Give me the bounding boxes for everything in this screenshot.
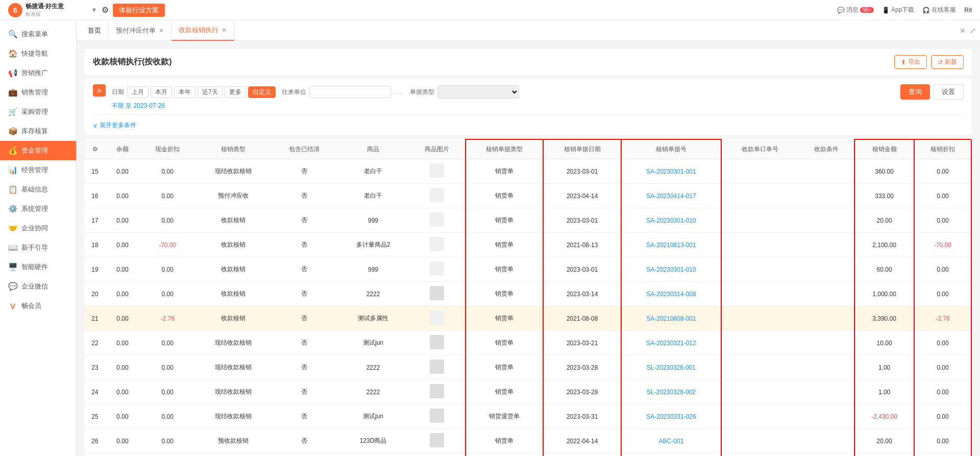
expand-more-btn[interactable]: ∨ 展开更多条件 (93, 121, 964, 130)
sidebar-item-marketing[interactable]: 📢 营销推广 (0, 63, 76, 83)
cell-cancel-doc-type: 销货单 (465, 380, 544, 404)
cell-include-cleared: 否 (272, 159, 337, 184)
close-tab-icon[interactable]: ✕ (960, 27, 966, 35)
cell-no: 25 (85, 404, 105, 429)
settings-icon[interactable]: ⚙ (102, 5, 109, 15)
cell-cancel-doc-no[interactable]: SA-20230301-010 (621, 208, 721, 233)
cell-cancel-doc-no[interactable]: SA-20210808-001 (621, 306, 721, 331)
cell-product-img (409, 404, 465, 429)
sidebar-item-member[interactable]: V 畅会员 (0, 296, 76, 316)
cell-cash-discount: 0.00 (140, 404, 195, 429)
cell-product: 衣服00001 (337, 453, 409, 457)
date-btn-this-year[interactable]: 本年 (174, 86, 195, 98)
date-btn-7days[interactable]: 近7天 (198, 86, 223, 98)
sidebar-item-search[interactable]: 🔍 搜索菜单 (0, 25, 76, 44)
cell-cancel-doc-no[interactable]: SL-20230328-002 (621, 380, 721, 404)
cell-cancel-doc-no[interactable]: SL-20230408-001 (621, 453, 721, 457)
cell-cancel-amount: 60.00 (854, 257, 914, 282)
sidebar-label-finance: 资金管理 (21, 146, 48, 155)
cell-include-cleared: 否 (272, 282, 337, 306)
member-icon: V (8, 301, 17, 310)
cell-cancel-doc-no[interactable]: SA-20210813-001 (621, 233, 721, 257)
doc-type-select[interactable] (437, 85, 519, 99)
cell-cancel-type: 现结收款核销 (195, 404, 272, 429)
filter-row: 日期 上月 本月 本年 近7天 更多 自定义 (112, 84, 964, 100)
cell-cancel-doc-no[interactable]: SA-20230414-017 (621, 184, 721, 208)
date-btn-last-month[interactable]: 上月 (127, 86, 149, 98)
cell-cancel-doc-no[interactable]: SA-20230301-010 (621, 257, 721, 282)
cell-cancel-doc-no[interactable]: ABC-001 (621, 429, 721, 453)
cell-cancel-doc-no[interactable]: SA-20230301-001 (621, 159, 721, 184)
sidebar-item-basic[interactable]: 📋 基础信息 (0, 180, 76, 199)
cell-product-img (409, 233, 465, 257)
refresh-button[interactable]: ↺ 刷新 (931, 55, 964, 69)
cell-cash-discount: 0.00 (140, 184, 195, 208)
date-btn-more[interactable]: 更多 (225, 86, 246, 98)
sidebar-item-hardware[interactable]: 🖥️ 智能硬件 (0, 257, 76, 277)
hardware-icon: 🖥️ (8, 262, 17, 272)
sidebar-label-purchase: 采购管理 (21, 107, 48, 116)
app-version: 标准版 (26, 11, 64, 18)
message-link[interactable]: 💬 消息 99+ (837, 6, 874, 14)
cell-cancel-type: 现结收款核销 (195, 331, 272, 355)
col-settings[interactable]: ⚙ (85, 139, 105, 159)
sidebar-item-finance[interactable]: 💰 资金管理 (0, 141, 76, 160)
system-icon: ⚙️ (8, 204, 17, 213)
data-table: ⚙ 余额 现金折扣 核销类型 包含已结清 商品 商品图片 核销单据类型 核销单据… (85, 139, 972, 456)
tab-prepay[interactable]: 预付冲应付单 ✕ (109, 20, 172, 41)
cell-cash-discount: 0.00 (140, 208, 195, 233)
date-btn-this-month[interactable]: 本月 (151, 86, 172, 98)
cell-receipt-order-no (721, 453, 798, 457)
from-unit-input[interactable] (309, 86, 391, 98)
cell-cancel-doc-date: 2022-04-14 (543, 429, 621, 453)
cell-cancel-discount: 0.00 (914, 453, 971, 457)
online-service-link[interactable]: 🎧 在线客服 (922, 6, 956, 14)
chevron-down-icon[interactable]: ▼ (91, 6, 97, 14)
sidebar-item-inventory[interactable]: 📦 库存核算 (0, 122, 76, 141)
sidebar-item-quick-nav[interactable]: 🏠 快捷导航 (0, 44, 76, 63)
tab-collection-cancel[interactable]: 收款核销执行 ✕ (172, 20, 234, 41)
tab-home[interactable]: 首页 (81, 20, 109, 41)
cell-product: 2222 (337, 380, 409, 404)
tab-collection-cancel-close[interactable]: ✕ (222, 27, 227, 34)
cell-cancel-doc-no[interactable]: SL-20230328-001 (621, 355, 721, 380)
cell-cash-discount: 0.00 (140, 355, 195, 380)
cell-include-cleared: 否 (272, 404, 337, 429)
expand-tab-icon[interactable]: ⤢ (970, 27, 976, 35)
cell-product-img (409, 282, 465, 306)
cell-product: 测试jun (337, 331, 409, 355)
industry-btn[interactable]: 体验行业方案 (113, 4, 165, 17)
date-btn-custom[interactable]: 自定义 (248, 86, 276, 98)
setting-button[interactable]: 设置 (933, 84, 964, 100)
query-button[interactable]: 查询 (900, 84, 930, 100)
message-badge: 99+ (860, 7, 874, 13)
cell-cancel-doc-no[interactable]: SA-20230314-008 (621, 282, 721, 306)
sidebar-item-wechat[interactable]: 💬 企业微信 (0, 277, 76, 296)
cell-cash-discount: 0.00 (140, 331, 195, 355)
col-product-img: 商品图片 (409, 139, 465, 159)
cell-cancel-doc-no[interactable]: SA-20230321-012 (621, 331, 721, 355)
cell-receipt-condition (798, 257, 854, 282)
sidebar-item-sales[interactable]: 💼 销售管理 (0, 83, 76, 102)
cell-product-img (409, 380, 465, 404)
cell-cancel-discount: -2.76 (914, 306, 971, 331)
cell-no: 18 (85, 233, 105, 257)
tab-prepay-close[interactable]: ✕ (159, 27, 164, 34)
sidebar-item-purchase[interactable]: 🛒 采购管理 (0, 102, 76, 122)
export-button[interactable]: ⬆ 导出 (894, 55, 927, 69)
sidebar-item-system[interactable]: ⚙️ 系统管理 (0, 199, 76, 219)
cell-cash-discount: 0.00 (140, 380, 195, 404)
from-unit-dots: ... (394, 88, 404, 95)
cell-receipt-order-no (721, 208, 798, 233)
app-download-link[interactable]: 📱 App下载 (882, 6, 914, 14)
sidebar-item-guide[interactable]: 📖 新手引导 (0, 238, 76, 257)
filter-expand-left-btn[interactable]: » (93, 84, 106, 97)
cell-cancel-type: 预收款核销 (195, 429, 272, 453)
cell-cancel-doc-no[interactable]: SA-20230331-026 (621, 404, 721, 429)
sidebar-item-operations[interactable]: 📊 经营管理 (0, 160, 76, 180)
cell-no: 23 (85, 355, 105, 380)
sidebar-item-enterprise[interactable]: 🤝 企业协同 (0, 219, 76, 238)
cell-include-cleared: 否 (272, 257, 337, 282)
search-icon: 🔍 (8, 30, 17, 39)
doc-type-label: 单据类型 (410, 88, 434, 97)
